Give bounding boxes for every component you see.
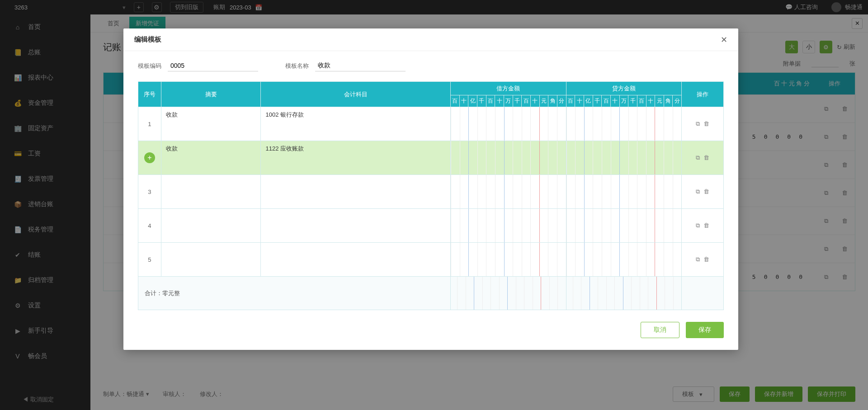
digit-head: 千: [477, 95, 486, 107]
table-row[interactable]: 5⧉🗑: [138, 243, 724, 277]
digit-head: 十: [459, 95, 468, 107]
digit-head: 万: [619, 95, 628, 107]
delete-icon[interactable]: 🗑: [703, 222, 709, 229]
digit-head: 千: [593, 95, 602, 107]
th-op: 操作: [682, 82, 724, 107]
copy-icon[interactable]: ⧉: [696, 154, 700, 161]
table-row[interactable]: 1收款1002 银行存款⧉🗑: [138, 107, 724, 141]
th-debit: 借方金额: [451, 82, 566, 95]
seq-cell: 1: [138, 107, 161, 141]
digit-head: 百: [637, 95, 646, 107]
digit-head: 十: [575, 95, 584, 107]
add-row-icon[interactable]: +: [144, 152, 155, 163]
digit-head: 角: [664, 95, 673, 107]
delete-icon[interactable]: 🗑: [703, 256, 709, 263]
digit-head: 元: [655, 95, 664, 107]
template-table: 序号 摘要 会计科目 借方金额 贷方金额 操作 百十亿千百十万千百十元角分百十亿…: [138, 81, 724, 310]
seq-cell: 5: [138, 243, 161, 277]
digit-head: 十: [495, 95, 504, 107]
account-cell[interactable]: [261, 209, 450, 216]
modal-title: 编辑模板: [134, 35, 161, 44]
digit-head: 百: [602, 95, 611, 107]
delete-icon[interactable]: 🗑: [703, 188, 709, 195]
delete-icon[interactable]: 🗑: [703, 120, 709, 127]
digit-head: 十: [610, 95, 619, 107]
template-code-label: 模板编码: [138, 62, 161, 70]
digit-head: 百: [486, 95, 495, 107]
summary-cell[interactable]: 收款: [161, 141, 261, 156]
digit-head: 百: [522, 95, 531, 107]
copy-icon[interactable]: ⧉: [696, 222, 700, 229]
template-name-label: 模板名称: [285, 62, 309, 70]
th-credit: 贷方金额: [566, 82, 682, 95]
save-template-button[interactable]: 保存: [686, 322, 724, 338]
seq-cell: +: [138, 141, 161, 175]
total-text: 零元整: [162, 290, 180, 297]
summary-cell[interactable]: [161, 243, 261, 250]
summary-cell[interactable]: 收款: [161, 107, 261, 123]
close-icon[interactable]: ✕: [721, 35, 727, 45]
summary-cell[interactable]: [161, 209, 261, 216]
digit-head: 万: [504, 95, 513, 107]
table-row[interactable]: +收款1122 应收账款⧉🗑: [138, 141, 724, 175]
digit-head: 十: [530, 95, 539, 107]
template-code-input[interactable]: [168, 60, 258, 71]
copy-icon[interactable]: ⧉: [696, 256, 700, 263]
th-account: 会计科目: [261, 82, 451, 107]
digit-head: 分: [673, 95, 682, 107]
digit-head: 亿: [584, 95, 593, 107]
copy-icon[interactable]: ⧉: [696, 188, 700, 195]
th-seq: 序号: [138, 82, 161, 107]
delete-icon[interactable]: 🗑: [703, 154, 709, 161]
total-label: 合计：: [145, 290, 162, 297]
th-summary: 摘要: [161, 82, 261, 107]
digit-head: 元: [539, 95, 548, 107]
digit-head: 角: [548, 95, 557, 107]
digit-head: 分: [557, 95, 566, 107]
total-row: 合计：零元整: [138, 277, 724, 310]
table-row[interactable]: 3⧉🗑: [138, 175, 724, 209]
account-cell[interactable]: 1122 应收账款: [261, 141, 450, 156]
digit-head: 十: [646, 95, 655, 107]
edit-template-modal: 编辑模板 ✕ 模板编码 模板名称 序号 摘要 会计科目 借方金额 贷方金额: [123, 28, 738, 350]
digit-head: 百: [451, 95, 460, 107]
seq-cell: 4: [138, 209, 161, 243]
account-cell[interactable]: 1002 银行存款: [261, 107, 450, 123]
account-cell[interactable]: [261, 243, 450, 250]
digit-head: 亿: [468, 95, 477, 107]
digit-head: 百: [566, 95, 575, 107]
copy-icon[interactable]: ⧉: [696, 120, 700, 127]
digit-head: 千: [628, 95, 637, 107]
cancel-button[interactable]: 取消: [641, 322, 679, 338]
template-name-input[interactable]: [315, 60, 406, 71]
account-cell[interactable]: [261, 175, 450, 182]
digit-head: 千: [513, 95, 522, 107]
summary-cell[interactable]: [161, 175, 261, 182]
seq-cell: 3: [138, 175, 161, 209]
table-row[interactable]: 4⧉🗑: [138, 209, 724, 243]
